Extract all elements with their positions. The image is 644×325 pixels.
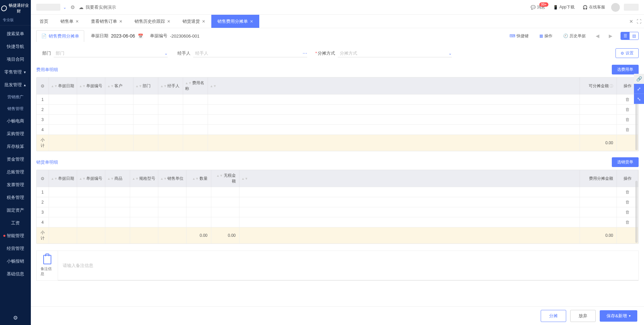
col-spec[interactable]: ▲▼规格型号 [130,170,158,187]
card-view-button[interactable]: ▤ [630,32,638,40]
method-input[interactable] [338,49,452,57]
tab-sales-order[interactable]: 销售单✕ [54,15,85,28]
col-customer[interactable]: ▲▼客户 [105,77,133,95]
handler-input[interactable] [193,49,307,57]
sidebar-item-ledger[interactable]: 总账管理 [0,166,31,178]
tab-cost-allocation[interactable]: 销售费用分摊单✕ [211,15,259,28]
sidebar-item-marketing[interactable]: 营销推广 [0,91,31,103]
col-dept[interactable]: ▲▼部门 [133,77,158,95]
col-date[interactable]: ▲▼单据日期 [49,77,77,95]
col-qty[interactable]: ▲▼数量 [186,170,211,187]
col-product[interactable]: ▲▼商品 [105,170,130,187]
handler-label: 经手人 [176,50,191,56]
sidebar-item-quicknav[interactable]: 快捷导航 [0,40,31,53]
date-value[interactable]: 2023-06-06 [111,33,135,39]
sidebar-item-baseinfo[interactable]: 基础信息 [0,268,31,280]
save-and-new-button[interactable]: 保存&新增▾ [600,310,637,322]
sidebar-item-wholesale[interactable]: 批发管理▲ [0,78,31,91]
customer-service-button[interactable]: 🎧 在线客服 [581,4,607,10]
col-unit[interactable]: ▲▼销售单位 [158,170,186,187]
allocate-button[interactable]: 分摊 [541,310,566,322]
expand-button[interactable]: ⤢ [634,84,644,94]
delete-icon[interactable]: 🗑 [625,127,630,132]
discard-button[interactable]: 放弃 [570,310,596,322]
col-gear[interactable]: ⚙ [37,77,49,95]
col-expense-name[interactable]: ▲▼费用名称 [183,77,208,95]
avatar[interactable] [611,3,620,12]
col-alloc[interactable]: 费用分摊金额 [580,170,617,187]
sidebar-item-business[interactable]: 经营管理 [0,242,31,255]
col-handler[interactable]: ▲▼经手人 [158,77,183,95]
history-button[interactable]: 🕘历史单据 [561,33,588,39]
select-sales-button[interactable]: 选销货单 [612,157,639,167]
prev-doc-button[interactable]: ◀ [594,33,601,39]
delete-icon[interactable]: 🗑 [625,117,630,122]
delete-icon[interactable]: 🗑 [625,189,630,195]
sidebar-item-purchase[interactable]: 采购管理 [0,127,31,140]
shortcut-button[interactable]: ⌨快捷键 [507,33,531,39]
attachment-button[interactable]: 🔗 [634,74,644,84]
select-expense-button[interactable]: 选费用单 [612,65,639,74]
sidebar-item-sales[interactable]: 销售管理 [0,103,31,115]
sidebar-item-assets[interactable]: 固定资产 [0,204,31,217]
close-icon[interactable]: ✕ [119,19,122,24]
delete-icon[interactable]: 🗑 [625,210,630,215]
next-doc-button[interactable]: ▶ [607,33,614,39]
col-spacer: ▲▼ [208,77,580,95]
close-icon[interactable]: ✕ [75,19,79,24]
sidebar-item-tax[interactable]: 税务管理 [0,191,31,204]
fullscreen-button[interactable]: ⛶ [637,19,641,24]
settings-button[interactable]: ⚙设置 [615,48,639,58]
dept-input[interactable] [54,49,168,57]
collapse-button[interactable]: ⤡ [634,94,644,104]
table-row[interactable]: 3🗑 [37,115,638,125]
scrollbar[interactable] [635,181,638,243]
close-all-tabs-button[interactable]: ✕ [629,19,633,24]
table-row[interactable]: 4🗑 [37,217,638,227]
col-no[interactable]: ▲▼单据编号 [77,170,105,187]
user-name[interactable] [624,4,639,11]
table-row[interactable]: 3🗑 [37,207,638,217]
table-row[interactable]: 1🗑 [37,95,638,105]
sidebar-item-funds[interactable]: 资金管理 [0,153,31,166]
close-icon[interactable]: ✕ [167,19,170,24]
list-view-button[interactable]: ☰ [621,32,630,40]
sidebar-item-invoice[interactable]: 发票管理 [0,178,31,191]
col-date[interactable]: ▲▼单据日期 [49,170,77,187]
org-settings-button[interactable]: ⚙ [70,4,75,10]
sidebar-item-ecommerce[interactable]: 小畅电商 [0,115,31,127]
sidebar-item-smart[interactable]: 智能管理 [0,229,31,242]
delete-icon[interactable]: 🗑 [625,200,630,205]
table-row[interactable]: 2🗑 [37,105,638,115]
sidebar-item-search[interactable]: 搜索菜单 [0,28,31,40]
org-selector[interactable]: ⌄ [36,4,66,11]
col-no[interactable]: ▲▼单据编号 [77,77,105,95]
delete-icon[interactable]: 🗑 [625,107,630,112]
messages-button[interactable]: 💬 消息 99+ [529,4,547,10]
tab-price-history[interactable]: 销售历史价跟踪✕ [128,15,176,28]
demo-link[interactable]: ☁ 我要看实例演示 [79,4,116,10]
tab-sales-return[interactable]: 销货退货✕ [176,15,211,28]
table-row[interactable]: 4🗑 [37,125,638,135]
tab-home[interactable]: 首页 [34,15,54,28]
delete-icon[interactable]: 🗑 [625,220,630,225]
sidebar-item-project[interactable]: 项目合同 [0,53,31,66]
sidebar-item-reimburse[interactable]: 小畅报销 [0,255,31,268]
col-allocatable[interactable]: 可分摊金额ⓘ [580,77,617,95]
tab-view-sales-order[interactable]: 查看销售订单✕ [85,15,128,28]
table-row[interactable]: 1🗑 [37,187,638,197]
remarks-input[interactable] [58,251,638,280]
table-row[interactable]: 2🗑 [37,197,638,207]
app-download-button[interactable]: 📱 App下载 [551,4,577,10]
col-gear[interactable]: ⚙ [37,170,49,187]
operations-button[interactable]: ▦操作 [537,33,554,39]
delete-icon[interactable]: 🗑 [625,97,630,102]
sidebar-item-retail[interactable]: 零售管理▼ [0,66,31,78]
calendar-icon[interactable]: 📅 [138,34,143,39]
sidebar-item-salary[interactable]: 工资 [0,217,31,229]
col-notax[interactable]: ▲▼无税金额 [211,170,239,187]
close-icon[interactable]: ✕ [250,19,253,24]
sidebar-item-inventory[interactable]: 库存核算 [0,140,31,153]
close-icon[interactable]: ✕ [202,19,205,24]
sidebar-settings-button[interactable]: ⚙ [0,311,31,325]
